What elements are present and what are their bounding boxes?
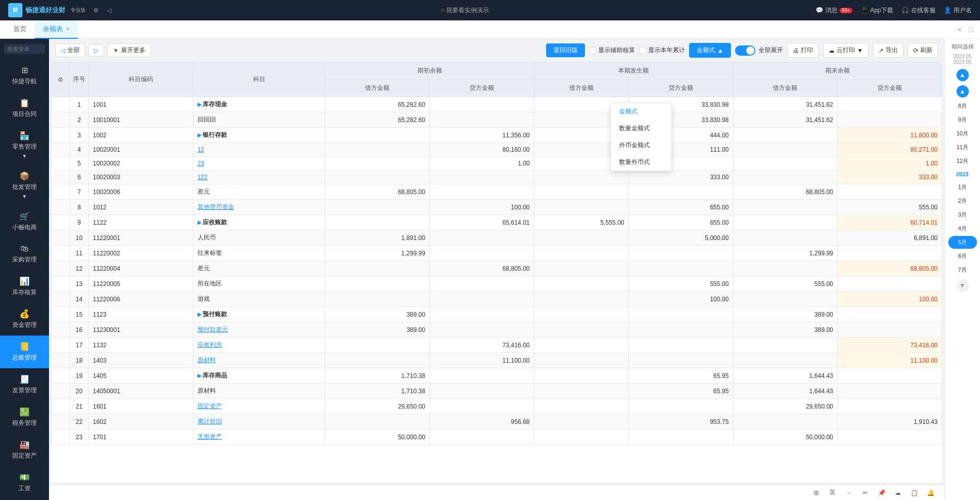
- subject-cell[interactable]: 差元: [193, 261, 325, 276]
- subject-cell[interactable]: 累计折旧: [193, 414, 325, 430]
- expand-all-switch[interactable]: [735, 45, 755, 56]
- table-row[interactable]: 23 1701 无形资产 50,000.00 50,000.00: [52, 430, 942, 445]
- tab-balance[interactable]: 余额表 ×: [35, 20, 78, 39]
- table-row[interactable]: 2 10010001 回回回 65,282.60 33,830.98 31,45…: [52, 112, 942, 128]
- bottom-clipboard-icon[interactable]: 📋: [909, 487, 920, 498]
- dropdown-item-amount[interactable]: 金额式: [611, 103, 671, 120]
- table-row[interactable]: 22 1602 累计折旧 956.68 953.75 1,910.43: [52, 414, 942, 430]
- subject-cell[interactable]: 应收利息: [193, 338, 325, 353]
- show-year-check[interactable]: 显示本年累计: [639, 46, 685, 55]
- sidebar-item-payroll[interactable]: 💵 工资: [0, 466, 49, 499]
- sidebar-item-ledger[interactable]: 📒 总账管理: [0, 336, 49, 368]
- bottom-arrow-icon[interactable]: →: [843, 487, 854, 498]
- return-old-btn[interactable]: 退回旧版: [546, 43, 585, 57]
- table-row[interactable]: 13 11220005 所在地区 555.00 555.00: [52, 276, 942, 292]
- subject-cell[interactable]: 122: [193, 171, 325, 184]
- table-row[interactable]: 6 10020003 122 333.00 333.00: [52, 171, 942, 184]
- auxiliary-checkbox[interactable]: [589, 47, 596, 54]
- subject-cell[interactable]: ▶ 库存现金: [193, 97, 325, 112]
- subject-cell[interactable]: ▶ 应收账款: [193, 215, 325, 230]
- subject-cell[interactable]: 原材料: [193, 353, 325, 368]
- table-row[interactable]: 21 1601 固定资产 29,650.00 29,650.00: [52, 399, 942, 414]
- message-btn[interactable]: 💬 消息 99+: [816, 6, 852, 15]
- sidebar-item-project[interactable]: 📋 项目合同: [0, 92, 49, 125]
- cloud-print-btn[interactable]: ☁ 云打印 ▼: [823, 43, 869, 58]
- back-icon[interactable]: ◁: [104, 5, 114, 15]
- bottom-bell-icon[interactable]: 🔔: [925, 487, 936, 498]
- export-btn[interactable]: ↗ 导出: [873, 43, 903, 58]
- dropdown-item-qty-foreign[interactable]: 数量外币式: [611, 154, 671, 171]
- table-row[interactable]: 12 11220004 差元 68,805.00 68,805.00: [52, 261, 942, 276]
- table-row[interactable]: 18 1403 原材料 11,100.00 11,100.00: [52, 353, 942, 368]
- table-row[interactable]: 7 10020006 差元 68,805.00 68,805.00: [52, 184, 942, 200]
- subject-cell[interactable]: 12: [193, 143, 325, 157]
- amount-mode-btn[interactable]: 金额式 ▲: [689, 43, 731, 58]
- period-next-btn[interactable]: ▼: [957, 279, 969, 292]
- window-restore-icon[interactable]: □: [967, 26, 975, 34]
- table-row[interactable]: 20 14050001 原材料 1,710.38 65.95 1,644.43: [52, 384, 942, 399]
- subject-cell[interactable]: 原材料: [193, 384, 325, 399]
- subject-cell[interactable]: ▶ 预付账款: [193, 307, 325, 322]
- year-checkbox[interactable]: [639, 47, 646, 54]
- subject-cell[interactable]: 其他货币资金: [193, 200, 325, 215]
- table-row[interactable]: 11 11220002 往来标签 1,299.99 1,299.99: [52, 246, 942, 261]
- expand-more-btn[interactable]: ▼ 展开更多: [107, 43, 151, 57]
- tab-close-icon[interactable]: ×: [66, 25, 70, 33]
- subject-cell[interactable]: 游戏: [193, 292, 325, 307]
- subject-cell[interactable]: 所在地区: [193, 276, 325, 292]
- dropdown-item-qty-amount[interactable]: 数量金额式: [611, 120, 671, 137]
- subject-cell[interactable]: ▶ 库存商品: [193, 368, 325, 384]
- period-11[interactable]: 11月: [948, 141, 977, 154]
- table-row[interactable]: 19 1405 ▶ 库存商品 1,710.38 65.95 1,644.43: [52, 368, 942, 384]
- sidebar-item-quicknav[interactable]: ⊞ 快捷导航: [0, 59, 49, 92]
- bottom-cloud-icon[interactable]: ☁: [892, 487, 903, 498]
- search-input[interactable]: [4, 44, 45, 54]
- table-row[interactable]: 8 1012 其他货币资金 100.00 655.00 555.00: [52, 200, 942, 215]
- tab-home[interactable]: 首页: [5, 20, 35, 39]
- show-auxiliary-check[interactable]: 显示辅助核算: [589, 46, 635, 55]
- refresh-btn[interactable]: ⟳ 刷新: [908, 43, 938, 58]
- table-row[interactable]: 15 1123 ▶ 预付账款 389.00 389.00: [52, 307, 942, 322]
- customer-service-btn[interactable]: 🎧 在线客服: [901, 6, 936, 15]
- subject-cell[interactable]: 无形资产: [193, 430, 325, 445]
- period-12[interactable]: 12月: [948, 155, 977, 168]
- sidebar-item-ecommerce[interactable]: 🛒 小畅电商: [0, 205, 49, 238]
- period-nav-up2[interactable]: ▲: [957, 85, 969, 98]
- subject-cell[interactable]: 23: [193, 157, 325, 171]
- sidebar-item-inventory[interactable]: 📊 库存核算: [0, 270, 49, 303]
- subject-cell[interactable]: 预付款差元: [193, 322, 325, 338]
- period-1[interactable]: 1月: [948, 181, 977, 194]
- nav-forward-btn[interactable]: ▷: [88, 44, 104, 57]
- period-6[interactable]: 6月: [948, 250, 977, 263]
- settings-icon[interactable]: ⚙: [91, 5, 101, 15]
- period-9[interactable]: 9月: [948, 113, 977, 126]
- app-download-btn[interactable]: 📱 App下载: [861, 6, 893, 15]
- subject-cell[interactable]: ▶ 银行存款: [193, 128, 325, 143]
- sidebar-item-purchase[interactable]: 🛍 采购管理: [0, 238, 49, 270]
- period-10[interactable]: 10月: [948, 127, 977, 140]
- dropdown-item-foreign-amount[interactable]: 外币金额式: [611, 137, 671, 154]
- sidebar-item-assets[interactable]: 🏭 固定资产: [0, 434, 49, 466]
- table-row[interactable]: 9 1122 ▶ 应收账款 65,614.01 5,555.00 655.00 …: [52, 215, 942, 230]
- subject-cell[interactable]: 人民币: [193, 230, 325, 246]
- subject-cell[interactable]: 固定资产: [193, 399, 325, 414]
- sidebar-item-retail[interactable]: 🏪 零售管理 ▼: [0, 125, 49, 165]
- demo-link[interactable]: ○ 我要看实例演示: [440, 6, 489, 15]
- subject-cell[interactable]: 往来标签: [193, 246, 325, 261]
- period-2[interactable]: 2月: [948, 195, 977, 207]
- period-8[interactable]: 8月: [948, 100, 977, 112]
- table-row[interactable]: 5 10020002 23 1.00 1.00: [52, 157, 942, 171]
- table-row[interactable]: 14 11220006 游戏 100.00 100.00: [52, 292, 942, 307]
- all-filter-btn[interactable]: ◁ 全部: [55, 43, 85, 57]
- bottom-pin-icon[interactable]: 📌: [876, 487, 887, 498]
- settings-col-header[interactable]: ⚙: [52, 62, 70, 97]
- table-row[interactable]: 10 11220001 人民币 1,891.00 5,000.00 6,891.…: [52, 230, 942, 246]
- sidebar-item-wholesale[interactable]: 📦 批发管理 ▼: [0, 165, 49, 205]
- period-prev-btn[interactable]: ▲: [957, 69, 969, 81]
- sidebar-item-tax[interactable]: 💹 税务管理: [0, 401, 49, 434]
- print-btn[interactable]: 🖨 打印: [787, 43, 819, 58]
- user-profile-btn[interactable]: 👤 用户名: [944, 6, 972, 15]
- table-row[interactable]: 1 1001 ▶ 库存现金 65,282.60 33,830.98 31,451…: [52, 97, 942, 112]
- bottom-edit-icon[interactable]: ✏: [860, 487, 871, 498]
- subject-cell[interactable]: 回回回: [193, 112, 325, 128]
